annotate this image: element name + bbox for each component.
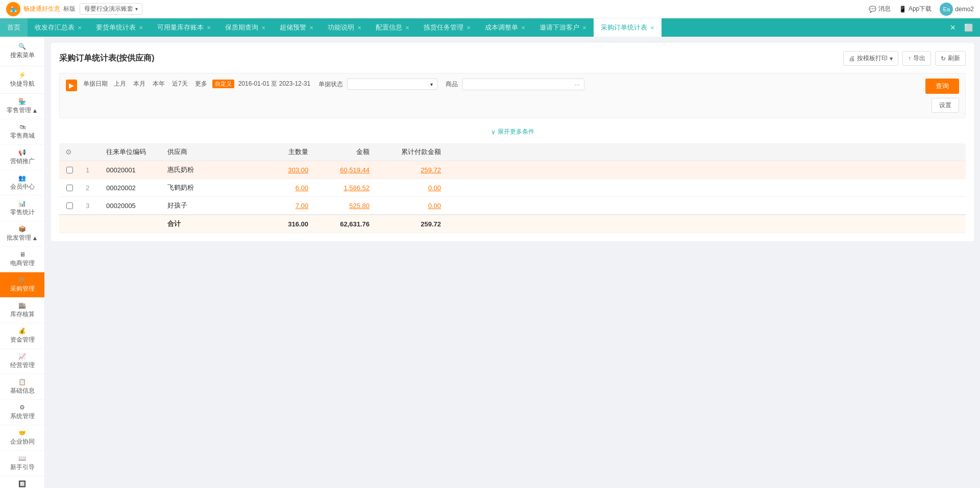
- user-menu[interactable]: Ea demo2: [940, 3, 974, 16]
- row-check-2[interactable]: [59, 197, 80, 215]
- sidebar-item-qiyexietong[interactable]: 🤝 企业协同: [0, 425, 44, 451]
- expand-more-btn[interactable]: ∨ 展开更多条件: [491, 127, 534, 136]
- row-amount-link-1[interactable]: 1,586.52: [344, 184, 370, 192]
- tab-shoufa-label: 收发存汇总表: [35, 23, 75, 32]
- app-download-btn[interactable]: 📱 App下载: [899, 5, 932, 13]
- tab-home[interactable]: 首页: [0, 18, 28, 37]
- sidebar-item-zijinguanli[interactable]: 💰 资金管理: [0, 323, 44, 349]
- sidebar-item-lingshoushangcheng[interactable]: 🛍 零售商城: [0, 119, 44, 145]
- footer-extra: [447, 215, 966, 233]
- tab-yaoqingxiayou-close[interactable]: ✕: [582, 25, 586, 31]
- sidebar-item-xitongguanli-label: 系统管理: [10, 412, 35, 421]
- tab-shoufa-close[interactable]: ✕: [78, 25, 82, 31]
- tab-gongneng-close[interactable]: ✕: [357, 25, 361, 31]
- row-qty-link-0[interactable]: 303.00: [288, 166, 308, 174]
- tab-caigoudinggdan[interactable]: 采购订单统计表 ✕: [594, 18, 662, 37]
- sidebar-item-jingyingguanli[interactable]: 📈 经营管理: [0, 349, 44, 374]
- goods-search-input[interactable]: ···: [462, 79, 584, 90]
- row-check-1[interactable]: [59, 179, 80, 197]
- tab-baozhi-close[interactable]: ✕: [261, 25, 265, 31]
- refresh-btn[interactable]: ↻ 刷新: [935, 51, 966, 66]
- tab-zhihuorenwu[interactable]: 拣货任务管理 ✕: [416, 18, 478, 37]
- row-checkbox-2[interactable]: [66, 202, 73, 209]
- col-config[interactable]: ⚙: [59, 143, 80, 161]
- sidebar-item-yingxiaotuiguang[interactable]: 📢 营销推广: [0, 145, 44, 170]
- sidebar-item-lingshoutongji[interactable]: 📊 零售统计: [0, 196, 44, 221]
- tab-keyong-close[interactable]: ✕: [207, 25, 211, 31]
- workspace-selector[interactable]: 母婴行业演示账套 ▾: [80, 3, 142, 15]
- row-paid-link-1[interactable]: 0.00: [428, 184, 441, 192]
- filter-main-row: 单据日期 上月 本月 本年 近7天 更多 自定义 2016-01-01 至 20…: [83, 79, 959, 113]
- table-body: 1 00020001 惠氏奶粉 303.00 60,519.44 259.72 …: [59, 161, 966, 215]
- goods-search-more[interactable]: ···: [574, 81, 580, 88]
- sidebar-item-jichuXinxi[interactable]: 📋 基础信息: [0, 374, 44, 400]
- tab-shoufa[interactable]: 收发存汇总表 ✕: [28, 18, 89, 37]
- table-row[interactable]: 2 00020002 飞鹤奶粉 6.00 1,586.52 0.00: [59, 179, 966, 197]
- gear-icon[interactable]: ⚙: [65, 148, 72, 156]
- row-qty-link-2[interactable]: 7.00: [296, 202, 308, 210]
- row-paid-link-2[interactable]: 0.00: [428, 202, 441, 210]
- sidebar-item-xinshoudayin[interactable]: 📖 新手引导: [0, 451, 44, 476]
- filter-toggle-btn[interactable]: ▶: [66, 80, 77, 91]
- row-seq-1: 2: [80, 179, 100, 197]
- tab-chenbentiaozhen-close[interactable]: ✕: [521, 25, 525, 31]
- tab-chaochuyujing[interactable]: 超储预警 ✕: [273, 18, 321, 37]
- sidebar-item-huiyuanzhongxin[interactable]: 👥 会员中心: [0, 170, 44, 196]
- row-amount-link-2[interactable]: 525.80: [349, 202, 370, 210]
- row-qty-link-1[interactable]: 6.00: [296, 184, 308, 192]
- date-btn-shangyue[interactable]: 上月: [112, 79, 128, 89]
- row-check-0[interactable]: [59, 161, 80, 179]
- row-paid-link-0[interactable]: 259.72: [421, 166, 441, 174]
- expand-more-bar: ∨ 展开更多条件: [59, 124, 966, 139]
- footer-label: 合计: [161, 215, 263, 233]
- sidebar-quick-nav-btn[interactable]: ⚡ 快捷导航: [2, 69, 42, 90]
- expand-more-label: 展开更多条件: [498, 127, 534, 136]
- tab-yaoqingxiayou[interactable]: 邀请下游客户 ✕: [532, 18, 594, 37]
- tab-chaochuyujing-close[interactable]: ✕: [309, 25, 313, 31]
- export-btn[interactable]: ↑ 导出: [902, 51, 931, 66]
- print-dropdown-arrow: ▾: [890, 55, 893, 62]
- sidebar-item-pifaguanli[interactable]: 📦 批发管理 ▲: [0, 221, 44, 247]
- tab-yaohuodan-close[interactable]: ✕: [139, 25, 143, 31]
- filter-settings-btn[interactable]: 设置: [932, 98, 959, 113]
- sidebar-search-btn[interactable]: 🔍 搜索菜单: [3, 41, 41, 62]
- date-btn-jin7tian[interactable]: 近7天: [170, 79, 190, 89]
- row-amount-link-0[interactable]: 60,519.44: [340, 166, 370, 174]
- tab-yaohuodan[interactable]: 要货单统计表 ✕: [89, 18, 150, 37]
- date-btn-gengduo[interactable]: 更多: [193, 79, 209, 89]
- print-btn[interactable]: 🖨 按模板打印 ▾: [843, 51, 898, 66]
- row-supplier-2: 好孩子: [161, 197, 263, 215]
- sidebar-item-yingyongzhongxin[interactable]: 🔲 应用中心: [0, 476, 44, 488]
- sidebar-item-xitongguanli[interactable]: ⚙ 系统管理: [0, 400, 44, 425]
- jingyingguanli-icon: 📈: [18, 353, 26, 360]
- row-seq-0: 1: [80, 161, 100, 179]
- refresh-label: 刷新: [948, 54, 960, 63]
- row-checkbox-1[interactable]: [66, 185, 73, 191]
- tab-peizhixinxi[interactable]: 配置信息 ✕: [369, 18, 416, 37]
- table-row[interactable]: 3 00020005 好孩子 7.00 525.80 0.00: [59, 197, 966, 215]
- goods-input[interactable]: [467, 81, 572, 88]
- fullscreen-btn[interactable]: ⬜: [961, 22, 976, 33]
- lingshouguanli-arrow: ▲: [32, 107, 38, 114]
- tab-baozhi[interactable]: 保质期查询 ✕: [218, 18, 273, 37]
- tab-peizhixinxi-close[interactable]: ✕: [405, 25, 409, 31]
- row-checkbox-0[interactable]: [66, 167, 73, 173]
- tab-caigoudinggdan-close[interactable]: ✕: [650, 25, 654, 31]
- close-tab-btn[interactable]: ✕: [947, 22, 959, 33]
- status-input[interactable]: [352, 81, 428, 88]
- sidebar-item-lingshouguanli[interactable]: 🏪 零售管理 ▲: [0, 94, 44, 119]
- tab-keyong[interactable]: 可用量库存账本 ✕: [150, 18, 218, 37]
- query-btn[interactable]: 查询: [925, 79, 959, 94]
- sidebar-item-caigouguanli[interactable]: 🛒 采购管理: [0, 272, 44, 298]
- tab-zhihuorenwu-close[interactable]: ✕: [467, 25, 471, 31]
- tab-gongneng[interactable]: 功能说明 ✕: [321, 18, 369, 37]
- message-btn[interactable]: 💬 消息: [869, 5, 891, 13]
- status-filter-input[interactable]: ▾: [347, 79, 437, 90]
- date-btn-benyue[interactable]: 本月: [131, 79, 148, 89]
- tab-chenbentiaozhen[interactable]: 成本调整单 ✕: [478, 18, 532, 37]
- expand-more-icon: ∨: [491, 129, 496, 136]
- table-row[interactable]: 1 00020001 惠氏奶粉 303.00 60,519.44 259.72: [59, 161, 966, 179]
- sidebar-item-dianshangguanli[interactable]: 🖥 电商管理: [0, 247, 44, 272]
- date-btn-bennian[interactable]: 本年: [151, 79, 167, 89]
- sidebar-item-kucunhejue[interactable]: 🏬 库存核算: [0, 298, 44, 323]
